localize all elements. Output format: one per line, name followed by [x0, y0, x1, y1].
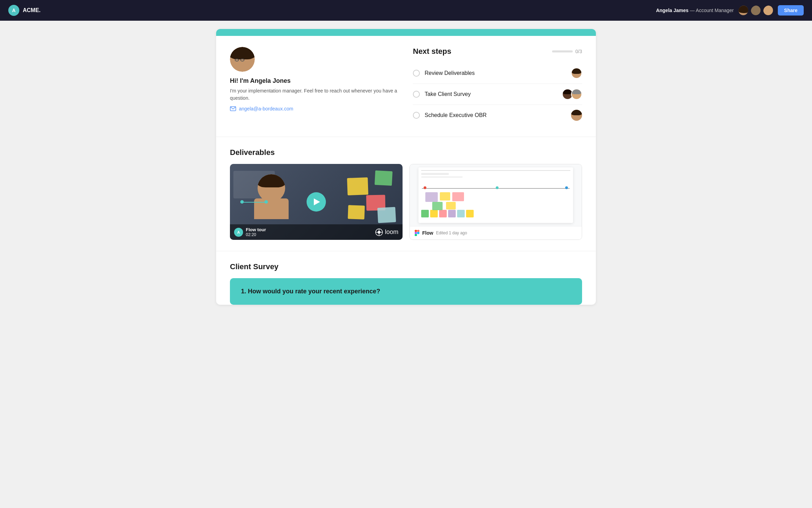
step-item-obr[interactable]: Schedule Executive OBR [413, 105, 582, 126]
top-navigation: A ACME. Angela James — Account Manager [0, 0, 812, 21]
step-radio-survey[interactable] [413, 91, 420, 98]
teal-banner [216, 29, 596, 36]
step-label-survey: Take Client Survey [425, 91, 471, 97]
loom-logo: loom [375, 228, 398, 236]
app-name: ACME. [23, 7, 41, 13]
intro-left: Hi! I'm Angela Jones I'm your implementa… [230, 47, 399, 126]
doc-name: Flow [422, 230, 433, 236]
deliverables-grid: A Flow tour 02:20 [230, 164, 582, 240]
intro-email-link[interactable]: angela@a-bordeaux.com [230, 106, 399, 111]
step-label-review: Review Deliverables [425, 70, 475, 76]
step-avatars-review [571, 68, 582, 79]
intro-name: Hi! I'm Angela Jones [230, 77, 399, 85]
question-number: 1. [241, 288, 246, 295]
doc-preview [410, 164, 582, 226]
svg-rect-8 [417, 230, 419, 232]
doc-canvas [418, 167, 573, 223]
play-button[interactable] [307, 192, 326, 212]
survey-question-card: 1. How would you rate your recent experi… [230, 278, 582, 305]
svg-rect-7 [415, 230, 417, 232]
svg-point-11 [417, 232, 419, 234]
page-wrapper: Hi! I'm Angela Jones I'm your implementa… [0, 21, 812, 508]
step-avatar-3 [571, 110, 582, 121]
deliverables-title: Deliverables [230, 148, 582, 157]
next-steps-header: Next steps 0/3 [413, 47, 582, 56]
video-meta: Flow tour 02:20 [246, 227, 266, 237]
survey-question: 1. How would you rate your recent experi… [241, 288, 571, 295]
intro-description: I'm your implementation manager. Feel fr… [230, 87, 399, 102]
share-button[interactable]: Share [778, 5, 804, 16]
figma-icon [415, 230, 419, 236]
survey-title: Client Survey [230, 262, 582, 271]
main-card: Hi! I'm Angela Jones I'm your implementa… [216, 29, 596, 305]
play-icon [314, 198, 320, 205]
steps-list: Review Deliverables Take Client Survey [413, 63, 582, 126]
video-card[interactable]: A Flow tour 02:20 [230, 164, 403, 240]
step-avatar-2b [571, 89, 582, 100]
svg-point-2 [378, 231, 380, 234]
video-footer: A Flow tour 02:20 [230, 224, 403, 240]
progress-bar [552, 50, 573, 52]
avatar-secondary [750, 5, 761, 16]
steps-progress: 0/3 [552, 49, 582, 54]
step-radio-review[interactable] [413, 70, 420, 77]
step-avatar-1 [571, 68, 582, 79]
video-user-avatar: A [234, 228, 243, 237]
intro-section: Hi! I'm Angela Jones I'm your implementa… [216, 36, 596, 137]
doc-footer: Flow Edited 1 day ago [410, 226, 582, 240]
step-label-obr: Schedule Executive OBR [425, 112, 487, 118]
avatar-group [738, 5, 774, 16]
user-info: Angela James — Account Manager [656, 8, 734, 13]
logo-icon: A [8, 5, 19, 16]
deliverables-section: Deliverables [216, 137, 596, 251]
nav-brand: A ACME. [8, 5, 41, 16]
avatar-main [738, 5, 749, 16]
doc-edited: Edited 1 day ago [436, 231, 467, 235]
video-user: A Flow tour 02:20 [234, 227, 266, 237]
next-steps-panel: Next steps 0/3 Review Deliverables [413, 47, 582, 126]
svg-rect-10 [415, 234, 417, 236]
step-radio-obr[interactable] [413, 112, 420, 119]
email-icon [230, 106, 236, 111]
survey-section: Client Survey 1. How would you rate your… [216, 251, 596, 305]
next-steps-title: Next steps [413, 47, 451, 56]
progress-text: 0/3 [576, 49, 582, 54]
question-text: How would you rate your recent experienc… [248, 288, 380, 295]
loom-icon [375, 228, 383, 236]
avatar-tertiary [763, 5, 774, 16]
step-item-review[interactable]: Review Deliverables [413, 63, 582, 84]
step-avatars-obr [571, 110, 582, 121]
profile-image [230, 47, 255, 72]
step-item-survey[interactable]: Take Client Survey [413, 84, 582, 105]
doc-card[interactable]: Flow Edited 1 day ago [409, 164, 582, 240]
nav-right: Angela James — Account Manager Share [656, 5, 804, 16]
step-avatars-survey [562, 89, 582, 100]
svg-rect-9 [415, 232, 417, 234]
